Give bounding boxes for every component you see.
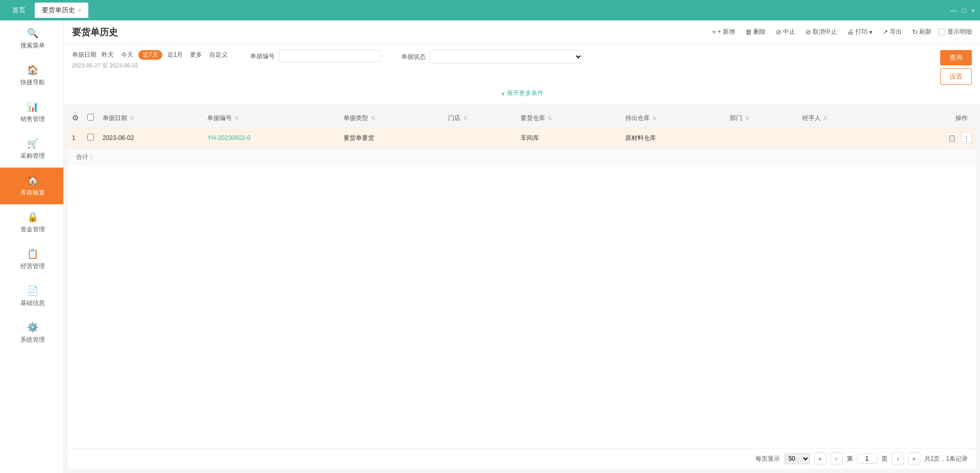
- docno-filter-label: 单据编号: [250, 52, 275, 61]
- cancel-stop-icon: ⊘: [805, 28, 811, 36]
- date-btn-today[interactable]: 今天: [119, 50, 135, 60]
- prev-page-button[interactable]: ‹: [830, 453, 843, 465]
- expand-row: ∨ 展开更多条件: [72, 89, 972, 98]
- date-btn-7days[interactable]: 近7天: [138, 50, 162, 60]
- operations-mgmt-icon: 📋: [27, 248, 38, 259]
- page-number-input[interactable]: [857, 454, 877, 464]
- filter-btn-group: 查询 设置: [940, 50, 972, 85]
- col-store-sort-icon[interactable]: ⇅: [463, 115, 468, 121]
- col-settings[interactable]: ⚙: [68, 108, 83, 128]
- maximize-button[interactable]: □: [962, 7, 966, 14]
- sidebar-item-quick-nav-label: 快捷导航: [20, 78, 45, 87]
- row-handler: [798, 128, 887, 148]
- col-out-warehouse-label: 待出仓库: [625, 114, 650, 122]
- close-button[interactable]: ×: [971, 7, 975, 14]
- basic-info-icon: 📄: [27, 285, 38, 296]
- tab-doc-history-label: 要货单历史: [42, 6, 75, 15]
- col-doctype-sort-icon[interactable]: ⇅: [371, 115, 375, 121]
- select-all-checkbox[interactable]: [87, 114, 94, 121]
- row-actions: 📋 ⋮: [891, 132, 972, 144]
- row-docno-link[interactable]: YH-20230602-0: [207, 134, 251, 141]
- display-toggle-checkbox[interactable]: [939, 29, 945, 35]
- display-toggle[interactable]: 显示明细: [939, 28, 972, 36]
- sidebar-item-operations-mgmt[interactable]: 📋 经营管理: [0, 241, 63, 278]
- row-more-button[interactable]: ⋮: [961, 132, 972, 144]
- sidebar-item-basic-info-label: 基础信息: [20, 299, 45, 308]
- date-btn-more[interactable]: 更多: [188, 50, 204, 60]
- stop-button[interactable]: ⊘ 中止: [773, 26, 798, 38]
- col-req-warehouse-label: 要货仓库: [521, 114, 545, 122]
- print-dropdown-icon[interactable]: ▾: [869, 29, 872, 36]
- sidebar-item-sales-mgmt[interactable]: 📊 销售管理: [0, 94, 63, 131]
- pagination-area: 每页显示 50 100 200 « ‹ 第 页 › » 共1页，1条记录: [68, 448, 976, 469]
- search-menu-icon: 🔍: [27, 28, 38, 39]
- minimize-button[interactable]: —: [950, 7, 957, 14]
- col-handler: 经手人 ⇅: [798, 108, 887, 128]
- col-date: 单据日期 ⇅: [99, 108, 203, 128]
- new-button[interactable]: + + 新增: [709, 26, 738, 38]
- refresh-icon: ↻: [912, 28, 918, 36]
- sidebar-item-basic-info[interactable]: 📄 基础信息: [0, 278, 63, 315]
- status-filter-select[interactable]: [430, 50, 583, 63]
- row-req-warehouse: 车间库: [517, 128, 621, 148]
- first-page-button[interactable]: «: [814, 453, 826, 465]
- sidebar-item-search-menu[interactable]: 🔍 搜索菜单: [0, 20, 63, 57]
- col-department-sort-icon[interactable]: ⇅: [745, 115, 749, 121]
- expand-icon: ∨: [501, 90, 505, 97]
- sidebar-item-finance-mgmt[interactable]: 🔒 资金管理: [0, 204, 63, 241]
- settings-button[interactable]: 设置: [940, 68, 972, 85]
- col-department-label: 部门: [730, 114, 742, 122]
- tab-close-icon[interactable]: ×: [78, 7, 81, 13]
- col-store: 门店 ⇅: [444, 108, 516, 128]
- tab-home-label: 首页: [12, 6, 26, 15]
- row-index: 1: [68, 128, 83, 148]
- filter-status-col: 单据状态: [401, 50, 920, 63]
- cancel-stop-button[interactable]: ⊘ 取消中止: [802, 26, 840, 38]
- next-page-button[interactable]: ›: [892, 453, 904, 465]
- col-req-warehouse: 要货仓库 ⇅: [517, 108, 621, 128]
- row-doctype: 要货单要货: [339, 128, 444, 148]
- expand-conditions-btn[interactable]: ∨ 展开更多条件: [501, 89, 544, 98]
- stop-label: 中止: [783, 28, 795, 36]
- query-button[interactable]: 查询: [940, 50, 972, 65]
- sidebar-item-inventory-calc[interactable]: 🏠 库存核算: [0, 168, 63, 204]
- filter-section: 单据日期 昨天 今天 近7天 近1月 更多 自定义 2023-05-27 至 2…: [72, 50, 972, 85]
- row-view-button[interactable]: 📋: [946, 132, 958, 144]
- sidebar-item-quick-nav[interactable]: 🏠 快捷导航: [0, 57, 63, 94]
- date-btn-custom[interactable]: 自定义: [207, 50, 230, 60]
- date-btn-1month[interactable]: 近1月: [165, 50, 185, 60]
- per-page-select[interactable]: 50 100 200: [784, 453, 810, 464]
- system-mgmt-icon: ⚙️: [27, 322, 38, 333]
- export-button[interactable]: ↗ 导出: [879, 26, 905, 38]
- col-date-sort-icon[interactable]: ⇅: [130, 115, 134, 121]
- tab-home[interactable]: 首页: [5, 3, 33, 18]
- filter-date-inner: 单据日期 昨天 今天 近7天 近1月 更多 自定义: [72, 50, 230, 60]
- page-title: 要货单历史: [72, 26, 118, 38]
- display-toggle-label: 显示明细: [947, 28, 972, 36]
- refresh-button[interactable]: ↻ 刷新: [909, 26, 935, 38]
- filter-area: 单据日期 昨天 今天 近7天 近1月 更多 自定义 2023-05-27 至 2…: [64, 44, 980, 104]
- col-req-warehouse-sort-icon[interactable]: ⇅: [548, 115, 552, 121]
- print-button[interactable]: 🖨 打印 ▾: [844, 26, 875, 38]
- page-header: 要货单历史 + + 新增 🗑 删除 ⊘ 中止 ⊘ 取消中止: [64, 20, 980, 44]
- col-handler-sort-icon[interactable]: ⇅: [823, 115, 827, 121]
- delete-button[interactable]: 🗑 删除: [742, 26, 769, 38]
- new-icon: +: [712, 28, 716, 36]
- row-date: 2023-06-02: [99, 128, 203, 148]
- finance-mgmt-icon: 🔒: [27, 211, 38, 223]
- docno-filter-input[interactable]: [279, 50, 381, 62]
- last-page-button[interactable]: »: [908, 453, 920, 465]
- content-area: 要货单历史 + + 新增 🗑 删除 ⊘ 中止 ⊘ 取消中止: [64, 20, 980, 473]
- expand-label: 展开更多条件: [507, 89, 544, 98]
- sidebar-item-system-mgmt[interactable]: ⚙️ 系统管理: [0, 315, 63, 351]
- date-btn-yesterday[interactable]: 昨天: [100, 50, 116, 60]
- tab-doc-history[interactable]: 要货单历史 ×: [35, 3, 88, 18]
- row-checkbox[interactable]: [87, 134, 94, 140]
- export-label: 导出: [890, 28, 902, 36]
- col-checkbox: [83, 108, 99, 128]
- col-docno-sort-icon[interactable]: ⇅: [235, 115, 239, 121]
- date-filter-label: 单据日期: [72, 51, 96, 59]
- page-total: 共1页，1条记录: [924, 455, 968, 463]
- col-out-warehouse-sort-icon[interactable]: ⇅: [652, 115, 656, 121]
- sidebar-item-purchase-mgmt[interactable]: 🛒 采购管理: [0, 131, 63, 168]
